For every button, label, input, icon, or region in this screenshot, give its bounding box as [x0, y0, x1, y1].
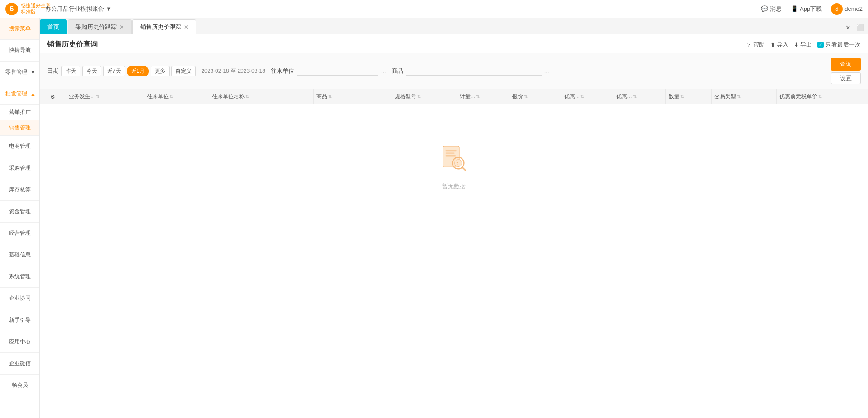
col-discount2[interactable]: 优惠... ⇅: [613, 89, 665, 104]
sidebar-item-ecommerce[interactable]: 电商管理: [0, 136, 39, 157]
date-btn-1month[interactable]: 近1月: [127, 66, 149, 76]
sidebar-item-label: 新手引导: [9, 316, 31, 324]
export-button[interactable]: ⬇ 导出: [794, 41, 812, 49]
help-button[interactable]: ？ 帮助: [746, 41, 765, 49]
dropdown-icon: ▼: [106, 5, 112, 12]
sidebar-item-label: 销售管理: [9, 124, 31, 131]
date-buttons: 昨天 今天 近7天 近1月 更多 自定义: [61, 66, 196, 76]
col-gear[interactable]: ⚙: [40, 89, 66, 104]
sidebar-item-wechat[interactable]: 企业微信: [0, 353, 39, 375]
content-area: 首页 采购历史价跟踪 ✕ 销售历史价跟踪 ✕ ✕ ⬜ 销售历史价查询: [40, 18, 868, 418]
sidebar-item-label: 基础信息: [9, 251, 31, 259]
sort-icon: ⇅: [737, 94, 741, 99]
sidebar-item-search[interactable]: 搜索菜单: [0, 18, 39, 40]
date-btn-7days[interactable]: 近7天: [103, 66, 125, 76]
logo-icon: 6: [5, 3, 18, 15]
col-price[interactable]: 报价 ⇅: [509, 89, 561, 104]
sort-icon: ⇅: [245, 94, 249, 99]
date-btn-yesterday[interactable]: 昨天: [61, 66, 80, 76]
counterparty-picker-button[interactable]: ...: [381, 68, 386, 75]
date-btn-today[interactable]: 今天: [82, 66, 101, 76]
page-header: 销售历史价查询 ？ 帮助 ⬆ 导入 ⬇ 导出 ✓: [40, 34, 868, 53]
sidebar-item-basic[interactable]: 基础信息: [0, 244, 39, 266]
sidebar-item-label: 采购管理: [9, 164, 31, 172]
gear-icon[interactable]: ⚙: [50, 94, 55, 100]
col-biz-date[interactable]: 业务发生... ⇅: [66, 89, 144, 104]
sidebar-item-inventory[interactable]: 库存核算: [0, 179, 39, 201]
sidebar-item-label: 系统管理: [9, 273, 31, 280]
sidebar-item-guide[interactable]: 新手引导: [0, 309, 39, 331]
filter-actions: 查询 设置: [831, 58, 861, 84]
tab-close-icon[interactable]: ✕: [184, 24, 189, 30]
product-picker-button[interactable]: ...: [544, 68, 549, 75]
sidebar-item-system[interactable]: 系统管理: [0, 266, 39, 288]
sort-icon: ⇅: [680, 94, 684, 99]
col-discount1[interactable]: 优惠... ⇅: [561, 89, 613, 104]
date-btn-custom[interactable]: 自定义: [171, 66, 196, 76]
sidebar-item-operation[interactable]: 经营管理: [0, 223, 39, 244]
col-counterparty-name[interactable]: 往来单位名称 ⇅: [209, 89, 314, 104]
col-product[interactable]: 商品 ⇅: [314, 89, 392, 104]
sort-icon: ⇅: [417, 94, 421, 99]
sidebar-item-wholesale[interactable]: 批发管理 ▲: [0, 83, 39, 105]
page-title: 销售历史价查询: [47, 40, 98, 49]
col-counterparty-code[interactable]: 往来单位 ⇅: [144, 89, 209, 104]
empty-icon: ?: [436, 141, 472, 177]
table-container: ⚙ 业务发生... ⇅ 往来单位: [40, 89, 868, 227]
export-icon: ⬇: [794, 41, 799, 48]
message-button[interactable]: 💬 消息: [761, 5, 782, 13]
account-dropdown[interactable]: 办公用品行业模拟账套 ▼: [45, 5, 761, 13]
tab-close-icon[interactable]: ✕: [119, 24, 124, 30]
sidebar-item-label: 电商管理: [9, 142, 31, 150]
sidebar-item-marketing[interactable]: 营销推广: [0, 105, 39, 120]
app-download-button[interactable]: 📱 App下载: [791, 5, 822, 13]
sidebar-item-label: 企业微信: [9, 360, 31, 367]
logo: 6 畅捷通好生意 标准版: [5, 3, 45, 15]
svg-rect-3: [446, 155, 456, 156]
tab-label: 销售历史价跟踪: [140, 23, 181, 31]
col-unit[interactable]: 计量... ⇅: [457, 89, 509, 104]
sort-icon: ⇅: [476, 94, 480, 99]
date-range-display: 2023-02-18 至 2023-03-18: [201, 67, 265, 75]
sidebar-item-purchase[interactable]: 采购管理: [0, 157, 39, 179]
query-button[interactable]: 查询: [831, 58, 861, 71]
user-menu[interactable]: d demo2: [831, 3, 863, 15]
setting-button[interactable]: 设置: [831, 72, 861, 84]
col-spec[interactable]: 规格型号 ⇅: [392, 89, 457, 104]
sidebar-item-label: 零售管理: [4, 68, 28, 76]
last-only-checkbox[interactable]: ✓ 只看最后一次: [817, 41, 861, 49]
counterparty-input[interactable]: [297, 66, 378, 76]
filter-row: 日期 昨天 今天 近7天 近1月 更多 自定义 2023-02-18 至 202…: [47, 66, 824, 76]
sidebar-item-label: 库存核算: [9, 186, 31, 194]
sidebar-item-label: 搜索菜单: [9, 25, 31, 33]
empty-state: ? 暂无数据: [40, 104, 868, 227]
sidebar-item-appstore[interactable]: 应用中心: [0, 331, 39, 353]
product-input[interactable]: [406, 66, 542, 76]
col-trade-type[interactable]: 交易类型 ⇅: [711, 89, 776, 104]
sidebar-item-finance[interactable]: 资金管理: [0, 201, 39, 223]
tab-sales-history[interactable]: 销售历史价跟踪 ✕: [132, 19, 196, 34]
top-bar-right: 💬 消息 📱 App下载 d demo2: [761, 3, 863, 15]
sidebar-item-sales[interactable]: 销售管理: [0, 120, 39, 136]
tab-label: 采购历史价跟踪: [75, 23, 117, 31]
date-range-group: 2023-02-18 至 2023-03-18: [201, 67, 265, 75]
counterparty-filter-group: 往来单位 ...: [271, 66, 386, 76]
sort-icon: ⇅: [818, 94, 822, 99]
maximize-button[interactable]: ⬜: [855, 23, 864, 32]
svg-rect-2: [446, 152, 455, 153]
tab-home[interactable]: 首页: [40, 19, 67, 34]
sidebar-item-vip[interactable]: 畅会员: [0, 375, 39, 396]
sidebar-item-label: 批发管理: [4, 90, 28, 98]
close-window-button[interactable]: ✕: [844, 23, 853, 32]
sidebar-item-enterprise[interactable]: 企业协同: [0, 288, 39, 309]
page-header-actions: ？ 帮助 ⬆ 导入 ⬇ 导出 ✓ 只看最后一次: [746, 41, 861, 49]
sidebar-item-retail[interactable]: 零售管理 ▼: [0, 62, 39, 83]
tab-purchase-history[interactable]: 采购历史价跟踪 ✕: [68, 19, 132, 34]
date-btn-more[interactable]: 更多: [151, 66, 170, 76]
import-icon: ⬆: [770, 41, 775, 48]
import-button[interactable]: ⬆ 导入: [770, 41, 788, 49]
sidebar-item-label: 畅会员: [12, 381, 28, 389]
sidebar-item-shortcut[interactable]: 快捷导航: [0, 40, 39, 62]
col-pretax-price[interactable]: 优惠前无税单价 ⇅: [776, 89, 868, 104]
col-qty[interactable]: 数量 ⇅: [665, 89, 711, 104]
